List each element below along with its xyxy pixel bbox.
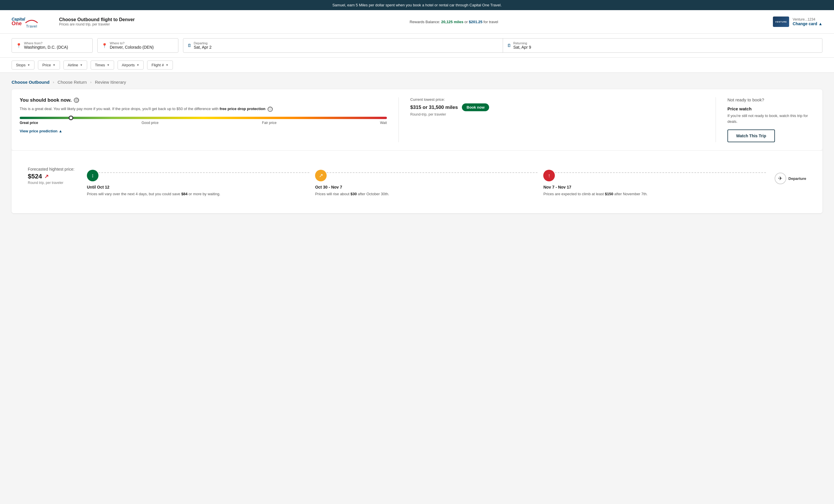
search-bar: 📍 Where from? Washington, D.C. (DCA) 📍 W…	[0, 34, 834, 58]
breadcrumb-return[interactable]: Choose Return	[58, 80, 87, 85]
airports-label: Airports	[122, 63, 135, 67]
departure-indicator: ✈ Departure	[772, 170, 806, 184]
stops-filter[interactable]: Stops ▼	[12, 61, 35, 69]
location-icon: 📍	[16, 43, 22, 48]
breadcrumb-sep-2: ›	[90, 80, 91, 84]
airline-filter[interactable]: Airline ▼	[63, 61, 87, 69]
flight-number-filter[interactable]: Flight # ▼	[147, 61, 173, 69]
card-image: VENTURE	[773, 17, 789, 27]
departing-label: Departing	[194, 41, 212, 45]
departing-value: Sat, Apr 2	[194, 45, 212, 49]
timeline-period-3: Nov 7 - Nov 17	[543, 185, 571, 190]
to-value: Denver, Colorado (DEN)	[110, 45, 154, 49]
returning-label: Returning	[513, 41, 531, 45]
calendar-return-icon: 🗓	[507, 43, 511, 48]
timeline-item-1: ↕ Until Oct 12 Prices will vary over the…	[87, 170, 315, 197]
timeline-desc-2: Prices will rise about $30 after October…	[315, 191, 389, 197]
capital-one-logo: Capital One Travel	[12, 15, 52, 29]
from-field[interactable]: 📍 Where from? Washington, D.C. (DCA)	[12, 38, 93, 53]
forecast-section: Forecasted hightest price: $524 ↗ Round …	[12, 150, 822, 213]
timeline-period-2: Oct 30 - Nov 7	[315, 185, 342, 190]
banner-text: Samuel, earn 5 Miles per dollar spent wh…	[332, 3, 502, 7]
timeline-desc-1: Prices will vary over the next 4 days, b…	[87, 191, 220, 197]
destination-icon: 📍	[102, 43, 107, 48]
header-right: VENTURE Venture...1234 Change card ▲	[773, 17, 822, 27]
header-title: Choose Outbound flight to Denver Prices …	[59, 17, 135, 26]
price-watch-desc: If you're still not ready to book, watch…	[727, 113, 814, 124]
timeline-period-1: Until Oct 12	[87, 185, 109, 190]
timeline-item-2: ↗ Oct 30 - Nov 7 Prices will rise about …	[315, 170, 543, 197]
change-card-button[interactable]: Change card ▲	[793, 21, 822, 26]
current-price-value: $315 or 31,500 miles	[410, 105, 458, 110]
forecast-sublabel: Round trip, per traveler	[28, 181, 80, 185]
timeline-desc-3: Prices are expected to climb at least $1…	[543, 191, 648, 197]
stops-label: Stops	[16, 63, 25, 67]
header: Capital One Travel Choose Outbound fligh…	[0, 10, 834, 34]
svg-text:One: One	[12, 21, 22, 26]
gradient-labels: Great price Good price Fair price Wait	[20, 121, 387, 125]
view-prediction-button[interactable]: View price prediction ▲	[20, 129, 62, 133]
chevron-down-icon: ▼	[166, 63, 169, 67]
rewards-balance: Rewards Balance: 20,125 miles or $201.25…	[410, 20, 498, 24]
price-filter[interactable]: Price ▼	[38, 61, 60, 69]
price-left: You should book now. ⓘ This is a great d…	[20, 97, 399, 142]
timeline: ↕ Until Oct 12 Prices will vary over the…	[87, 167, 806, 197]
price-description: This is a great deal. You will likely pa…	[20, 106, 387, 112]
protection-info-icon[interactable]: ⓘ	[268, 107, 273, 112]
svg-text:Travel: Travel	[26, 24, 37, 28]
price-watch-section: Not ready to book? Price watch If you're…	[716, 97, 814, 142]
times-label: Times	[95, 63, 105, 67]
departing-field[interactable]: 🗓 Departing Sat, Apr 2	[183, 39, 503, 52]
main-content: You should book now. ⓘ This is a great d…	[0, 89, 834, 225]
current-price-section: Current lowest price: $315 or 31,500 mil…	[399, 97, 716, 142]
not-ready-text: Not ready to book?	[727, 97, 764, 102]
gradient-indicator	[69, 115, 73, 120]
top-banner: Samuel, earn 5 Miles per dollar spent wh…	[0, 0, 834, 10]
label-great: Great price	[20, 121, 38, 125]
airports-filter[interactable]: Airports ▼	[117, 61, 144, 69]
rewards-suffix: for travel	[484, 20, 498, 24]
date-fields: 🗓 Departing Sat, Apr 2 🗓 Returning Sat, …	[183, 38, 822, 53]
rewards-label: Rewards Balance:	[410, 20, 441, 24]
change-card-label: Change card	[793, 21, 817, 26]
from-value: Washington, D.C. (DCA)	[24, 45, 68, 49]
forecast-label: Forecasted hightest price:	[28, 167, 80, 172]
timeline-icon-3: ↑	[543, 170, 555, 181]
price-card-top: You should book now. ⓘ This is a great d…	[12, 89, 822, 150]
gradient-track	[20, 117, 387, 119]
chevron-down-icon: ▼	[107, 63, 110, 67]
timeline-icon-1: ↕	[87, 170, 98, 181]
breadcrumb-itinerary[interactable]: Review Itinerary	[95, 80, 126, 85]
times-filter[interactable]: Times ▼	[91, 61, 114, 69]
page-subtitle: Prices are round trip, per traveler	[59, 22, 135, 26]
breadcrumb: Choose Outbound › Choose Return › Review…	[0, 73, 834, 89]
chevron-down-icon: ▼	[80, 63, 83, 67]
from-label: Where from?	[24, 41, 68, 45]
calendar-icon: 🗓	[188, 43, 192, 48]
returning-value: Sat, Apr 9	[513, 45, 531, 49]
book-now-info-icon[interactable]: ⓘ	[74, 97, 79, 103]
timeline-item-3: ↑ Nov 7 - Nov 17 Prices are expected to …	[543, 170, 771, 197]
label-wait: Wait	[380, 121, 387, 125]
chevron-down-icon: ▼	[53, 63, 56, 67]
returning-field[interactable]: 🗓 Returning Sat, Apr 9	[503, 39, 822, 52]
round-trip-label: Round-trip, per traveler	[410, 112, 704, 116]
book-now-button[interactable]: Book now	[462, 104, 489, 111]
chevron-down-icon: ▼	[27, 63, 30, 67]
forecast-inner: Forecasted hightest price: $524 ↗ Round …	[20, 159, 814, 205]
watch-trip-button[interactable]: Watch This Trip	[727, 130, 775, 142]
chevron-up-icon: ▲	[59, 129, 63, 133]
forecast-price: $524 ↗	[28, 173, 80, 180]
chevron-up-icon: ▲	[818, 21, 822, 26]
breadcrumb-outbound[interactable]: Choose Outbound	[12, 80, 49, 85]
flight-number-label: Flight #	[151, 63, 164, 67]
current-label: Current lowest price:	[410, 97, 704, 102]
rewards-dollars: $201.25	[469, 20, 482, 24]
book-now-title: You should book now. ⓘ	[20, 97, 387, 103]
chevron-down-icon: ▼	[136, 63, 139, 67]
logo: Capital One Travel	[12, 15, 52, 29]
page-title: Choose Outbound flight to Denver	[59, 17, 135, 22]
card-number: Venture...1234	[793, 17, 822, 21]
to-field[interactable]: 📍 Where to? Denver, Colorado (DEN)	[97, 38, 178, 53]
header-left: Capital One Travel Choose Outbound fligh…	[12, 15, 135, 29]
